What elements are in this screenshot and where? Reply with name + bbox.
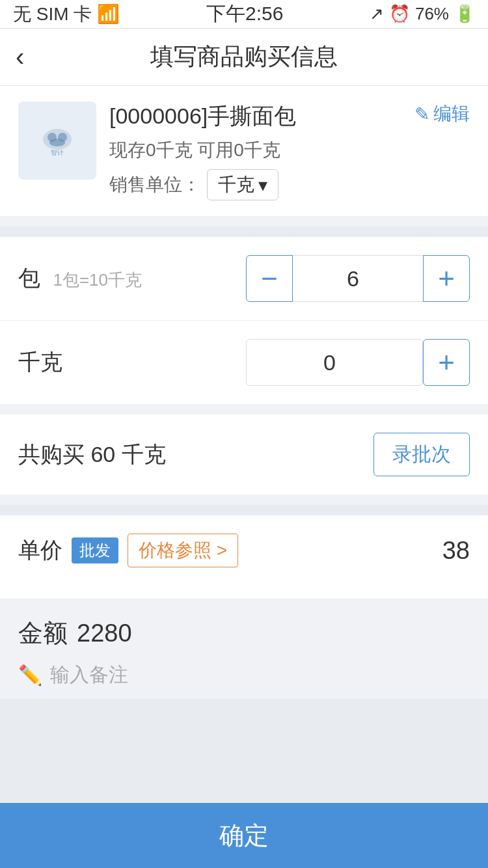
amount-row: 金额 2280 <box>18 617 470 650</box>
package-label-text: 包 <box>18 265 40 290</box>
status-right: ↗ ⏰ 76% 🔋 <box>370 4 475 24</box>
kg-quantity-input[interactable] <box>246 339 423 386</box>
product-logo-icon: 智计 <box>38 121 77 160</box>
note-row[interactable]: ✏️ 输入备注 <box>18 662 470 688</box>
kg-input-row: 千克 + <box>0 321 488 404</box>
amount-section: 金额 2280 ✏️ 输入备注 <box>0 599 488 699</box>
unit-selector[interactable]: 千克 ▾ <box>207 169 278 200</box>
section-divider <box>0 226 488 237</box>
gps-icon: ↗ <box>370 4 384 24</box>
product-stock: 现存0千克 可用0千克 <box>109 138 470 163</box>
alarm-icon: ⏰ <box>389 4 410 24</box>
note-placeholder[interactable]: 输入备注 <box>50 662 128 688</box>
edit-button[interactable]: ✎ 编辑 <box>414 102 470 126</box>
total-label: 共购买 60 千克 <box>18 440 166 470</box>
price-label: 单价 <box>18 536 62 565</box>
amount-value: 2280 <box>77 619 132 647</box>
unit-label: 销售单位： <box>109 172 200 197</box>
price-section: 单价 批发 价格参照 > 38 <box>0 515 488 599</box>
package-label: 包 1包=10千克 <box>18 264 246 293</box>
nav-bar: ‹ 填写商品购买信息 <box>0 29 488 86</box>
kg-label: 千克 <box>18 347 246 377</box>
battery-label: 76% <box>415 4 449 24</box>
price-value: 38 <box>442 537 470 565</box>
svg-text:智计: 智计 <box>51 149 64 156</box>
package-decrement-button[interactable]: − <box>246 255 293 302</box>
available-label: 可用0千克 <box>197 140 280 160</box>
back-button[interactable]: ‹ <box>16 42 24 72</box>
wifi-icon: 📶 <box>97 3 120 25</box>
confirm-text: 确定 <box>219 819 269 852</box>
package-sublabel: 1包=10千克 <box>53 270 142 290</box>
dropdown-icon: ▾ <box>258 174 267 196</box>
battery-icon: 🔋 <box>454 4 475 24</box>
input-section: 包 1包=10千克 − + 千克 + <box>0 237 488 404</box>
wholesale-badge: 批发 <box>72 537 118 563</box>
edit-icon: ✎ <box>414 103 429 125</box>
kg-increment-button[interactable]: + <box>423 339 470 386</box>
kg-quantity-control: + <box>246 339 470 386</box>
package-input-row: 包 1包=10千克 − + <box>0 237 488 321</box>
amount-label: 金额 <box>18 617 68 650</box>
price-reference-button[interactable]: 价格参照 > <box>128 534 238 567</box>
status-bar: 无 SIM 卡 📶 下午2:56 ↗ ⏰ 76% 🔋 <box>0 0 488 29</box>
product-unit-row: 销售单位： 千克 ▾ <box>109 169 470 200</box>
batch-button[interactable]: 录批次 <box>373 433 470 476</box>
total-row: 共购买 60 千克 录批次 <box>0 414 488 495</box>
package-increment-button[interactable]: + <box>423 255 470 302</box>
status-time: 下午2:56 <box>206 1 283 27</box>
product-card: 智计 [0000006]手撕面包 现存0千克 可用0千克 销售单位： 千克 ▾ … <box>0 86 488 216</box>
product-thumbnail: 智计 <box>18 102 96 180</box>
price-row: 单价 批发 价格参照 > 38 <box>18 534 470 567</box>
edit-note-icon: ✏️ <box>18 664 42 686</box>
package-quantity-control: − + <box>246 255 470 302</box>
confirm-bar[interactable]: 确定 <box>0 803 488 868</box>
sim-label: 无 SIM 卡 <box>13 2 92 27</box>
edit-label: 编辑 <box>433 102 470 126</box>
page-title: 填写商品购买信息 <box>150 41 338 73</box>
status-left: 无 SIM 卡 📶 <box>13 2 120 27</box>
svg-point-3 <box>49 139 65 146</box>
package-quantity-input[interactable] <box>293 255 423 302</box>
section-divider-2 <box>0 505 488 515</box>
unit-value: 千克 <box>218 172 254 197</box>
stock-label: 现存0千克 <box>109 140 193 160</box>
